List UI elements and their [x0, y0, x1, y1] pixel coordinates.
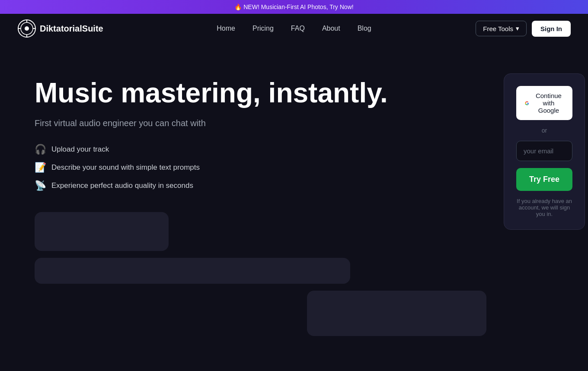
announcement-text: 🔥 NEW! Musician-First AI Photos, Try Now…: [234, 3, 353, 10]
free-tools-label: Free Tools: [483, 25, 513, 32]
nav-pricing[interactable]: Pricing: [246, 21, 281, 36]
logo-text: DiktatorialSuite: [40, 24, 103, 34]
navbar: DiktatorialSuite Home Pricing FAQ About …: [0, 14, 588, 43]
card-placeholder-2: [35, 258, 350, 284]
feature-text-1: Upload your track: [51, 145, 109, 154]
logo[interactable]: DiktatorialSuite: [17, 19, 103, 38]
free-tools-button[interactable]: Free Tools ▾: [476, 21, 527, 36]
nav-faq[interactable]: FAQ: [284, 21, 312, 36]
sign-in-button[interactable]: Sign In: [532, 21, 571, 37]
hero-title: Music mastering, instantly.: [35, 78, 486, 108]
card-placeholder-3: [307, 291, 486, 336]
main-content: Music mastering, instantly. First virtua…: [0, 43, 588, 353]
google-btn-label: Continue with Google: [534, 92, 564, 114]
nav-right: Free Tools ▾ Sign In: [476, 21, 571, 37]
feature-text-2: Describe your sound with simple text pro…: [51, 163, 200, 172]
feature-list: 🎧 Upload your track 📝 Describe your soun…: [35, 144, 486, 191]
auth-card: Continue with Google or Try Free If you …: [504, 73, 585, 230]
google-signin-button[interactable]: Continue with Google: [516, 86, 572, 120]
cards-section: [35, 212, 486, 336]
audio-icon: 📡: [35, 180, 46, 191]
hero-subtitle: First virtual audio engineer you can cha…: [35, 118, 486, 128]
divider: or: [516, 127, 572, 134]
card-placeholder-1: [35, 212, 169, 251]
hero-section: Music mastering, instantly. First virtua…: [35, 69, 486, 336]
notepad-icon: 📝: [35, 162, 46, 173]
svg-point-2: [25, 26, 29, 31]
nav-about[interactable]: About: [315, 21, 347, 36]
announcement-banner[interactable]: 🔥 NEW! Musician-First AI Photos, Try Now…: [0, 0, 588, 14]
google-icon: [525, 99, 529, 108]
logo-icon: [17, 19, 36, 38]
headphones-icon: 🎧: [35, 144, 46, 155]
try-free-button[interactable]: Try Free: [516, 168, 572, 191]
chevron-down-icon: ▾: [516, 25, 519, 32]
feature-item-2: 📝 Describe your sound with simple text p…: [35, 162, 486, 173]
nav-links: Home Pricing FAQ About Blog: [210, 21, 378, 36]
nav-home[interactable]: Home: [210, 21, 242, 36]
auth-note: If you already have an account, we will …: [516, 198, 572, 217]
email-input[interactable]: [516, 141, 572, 161]
feature-item-3: 📡 Experience perfect audio quality in se…: [35, 180, 486, 191]
feature-text-3: Experience perfect audio quality in seco…: [51, 181, 193, 190]
nav-blog[interactable]: Blog: [351, 21, 378, 36]
feature-item-1: 🎧 Upload your track: [35, 144, 486, 155]
divider-text: or: [542, 127, 547, 134]
